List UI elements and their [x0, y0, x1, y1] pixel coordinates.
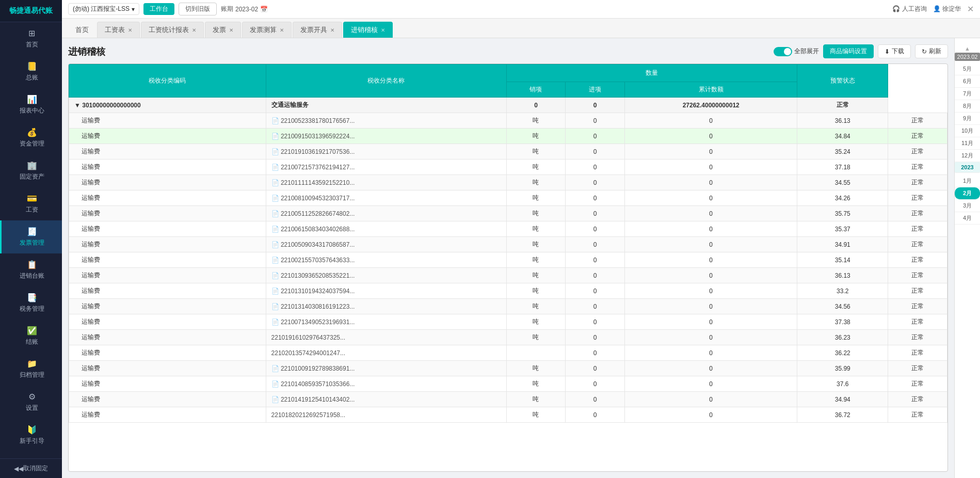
tab-close-icon[interactable]: ✕ [330, 27, 334, 33]
item-name: 运输费 [69, 206, 266, 221]
toggle-expand[interactable]: 全部展开 [774, 47, 819, 56]
period-display: 账期 2023-02 📅 [221, 5, 268, 13]
toggle-switch[interactable] [774, 47, 792, 56]
doc-icon[interactable]: 📄 [271, 396, 279, 403]
tab-invoice[interactable]: 发票✕ [205, 22, 241, 38]
item-status: 正常 [888, 345, 947, 361]
sidebar-item-trade[interactable]: 📋 进销台账 [0, 253, 62, 286]
archive-icon: 📁 [27, 359, 37, 369]
item-code: 📄 22101419125410143402... [266, 392, 506, 407]
doc-icon[interactable]: 📄 [271, 380, 279, 388]
sidebar-item-checkout[interactable]: ✅ 结账 [0, 320, 62, 353]
item-name: 运输费 [69, 283, 266, 299]
item-name: 运输费 [69, 160, 266, 175]
month-item[interactable]: 4月 [955, 212, 980, 225]
item-unit: 吨 [506, 237, 566, 252]
doc-icon[interactable]: 📄 [271, 179, 279, 186]
sidebar-item-invoice[interactable]: 🧾 发票管理 [0, 220, 62, 253]
tab-salary-stat[interactable]: 工资统计报表✕ [141, 22, 204, 38]
doc-icon[interactable]: 📄 [271, 257, 279, 264]
sidebar-item-guide[interactable]: 🔰 新手引导 [0, 419, 62, 452]
sidebar-item-tax[interactable]: 📑 税务管理 [0, 286, 62, 320]
doc-icon[interactable]: 📄 [271, 365, 279, 372]
item-cumulative: 34.94 [797, 392, 888, 407]
doc-icon[interactable]: 📄 [271, 241, 279, 248]
tab-purchase-check[interactable]: 进销稽核✕ [343, 22, 393, 38]
month-item[interactable]: 3月 [955, 200, 980, 212]
doc-icon[interactable]: 📄 [271, 117, 279, 124]
sidebar-item-label: 税务管理 [20, 305, 44, 313]
period-value: 2023-02 [235, 6, 258, 13]
tab-home[interactable]: 首页 [68, 22, 96, 38]
item-status: 正常 [888, 392, 947, 407]
sidebar-item-label: 新手引导 [20, 437, 44, 445]
doc-icon[interactable]: 📄 [271, 318, 279, 326]
tab-close-icon[interactable]: ✕ [229, 27, 233, 33]
month-item[interactable]: 1月 [955, 175, 980, 187]
settings-btn[interactable]: 商品编码设置 [823, 44, 874, 58]
month-item[interactable]: 10月 [955, 125, 980, 137]
month-item[interactable]: 5月 [955, 63, 980, 75]
item-purchases: 0 [625, 268, 797, 283]
item-cumulative: 37.18 [797, 160, 888, 175]
table-row: 运输费 📄 22101009192789838691... 吨 0 0 35.9… [69, 361, 947, 376]
sidebar-item-fixed[interactable]: 🏢 固定资产 [0, 154, 62, 187]
sidebar-unpin-button[interactable]: ◀◀ 取消固定 [0, 458, 62, 478]
sidebar-item-capital[interactable]: 💰 资金管理 [0, 121, 62, 154]
doc-icon[interactable]: 📄 [271, 272, 279, 279]
header-actions: 全部展开 商品编码设置 ⬇ 下载 ↻ 刷新 [774, 44, 948, 58]
th-purchases: 进项 [566, 82, 625, 98]
sidebar-item-salary[interactable]: 💳 工资 [0, 187, 62, 220]
year-label-2023[interactable]: 2023 [955, 162, 980, 173]
item-sales: 0 [566, 268, 625, 283]
app-logo: 畅捷通易代账 [0, 0, 62, 22]
item-sales: 0 [566, 206, 625, 221]
doc-icon[interactable]: 📄 [271, 226, 279, 233]
sidebar-item-member[interactable]: 👑 畅会员 [0, 452, 62, 458]
sidebar-item-settings[interactable]: ⚙ 设置 [0, 386, 62, 419]
tab-close-icon[interactable]: ✕ [192, 27, 196, 33]
doc-icon[interactable]: 📄 [271, 148, 279, 155]
scroll-up-icon[interactable]: ▲ [955, 44, 980, 53]
doc-icon[interactable]: 📄 [271, 303, 279, 310]
item-status: 正常 [888, 160, 947, 175]
page-header: 进销稽核 全部展开 商品编码设置 ⬇ 下载 ↻ 刷新 [68, 44, 948, 58]
sidebar-item-label: 资金管理 [20, 139, 44, 148]
doc-icon[interactable]: 📄 [271, 210, 279, 217]
refresh-btn[interactable]: ↻ 刷新 [915, 44, 948, 58]
doc-icon[interactable]: 📄 [271, 133, 279, 140]
month-item[interactable]: 7月 [955, 88, 980, 100]
tab-close-icon[interactable]: ✕ [280, 27, 284, 33]
sidebar-item-home[interactable]: ⊞ 首页 [0, 22, 62, 55]
sidebar-item-report[interactable]: 📊 报表中心 [0, 88, 62, 121]
tab-label: 工资统计报表 [149, 25, 189, 35]
tab-invoice-calc[interactable]: 发票测算✕ [242, 22, 292, 38]
doc-icon[interactable]: 📄 [271, 288, 279, 295]
close-icon[interactable]: ✕ [967, 4, 974, 14]
item-sales: 0 [566, 221, 625, 237]
support-link[interactable]: 🎧 人工咨询 [892, 5, 926, 13]
month-item[interactable]: 2月 [955, 187, 980, 200]
table-row: 运输费 📄 22101419125410143402... 吨 0 0 34.9… [69, 392, 947, 407]
month-item[interactable]: 6月 [955, 75, 980, 88]
workstation-button[interactable]: 工作台 [143, 3, 174, 15]
month-item[interactable]: 8月 [955, 100, 980, 113]
doc-icon[interactable]: 📄 [271, 195, 279, 202]
sidebar-item-ledger[interactable]: 📒 总账 [0, 55, 62, 88]
tab-salary-table[interactable]: 工资表✕ [97, 22, 140, 38]
download-btn[interactable]: ⬇ 下载 [878, 44, 911, 58]
tab-close-icon[interactable]: ✕ [128, 27, 132, 33]
table-row: 运输费 📄 22100713490523196931... 吨 0 0 37.3… [69, 314, 947, 330]
sidebar-item-archive[interactable]: 📁 归档管理 [0, 353, 62, 386]
tab-close-icon[interactable]: ✕ [381, 27, 385, 33]
th-tax-name: 税收分类名称 [266, 65, 506, 98]
month-item[interactable]: 12月 [955, 150, 980, 162]
item-name: 运输费 [69, 392, 266, 407]
company-selector[interactable]: (勿动) 江西报宝-LSS ▾ [68, 3, 139, 15]
doc-icon[interactable]: 📄 [271, 164, 279, 171]
group-purchases: 0 [566, 98, 625, 113]
switch-old-button[interactable]: 切到旧版 [179, 3, 217, 15]
month-item[interactable]: 9月 [955, 113, 980, 125]
month-item[interactable]: 11月 [955, 137, 980, 150]
tab-invoice-open[interactable]: 发票开具✕ [293, 22, 342, 38]
